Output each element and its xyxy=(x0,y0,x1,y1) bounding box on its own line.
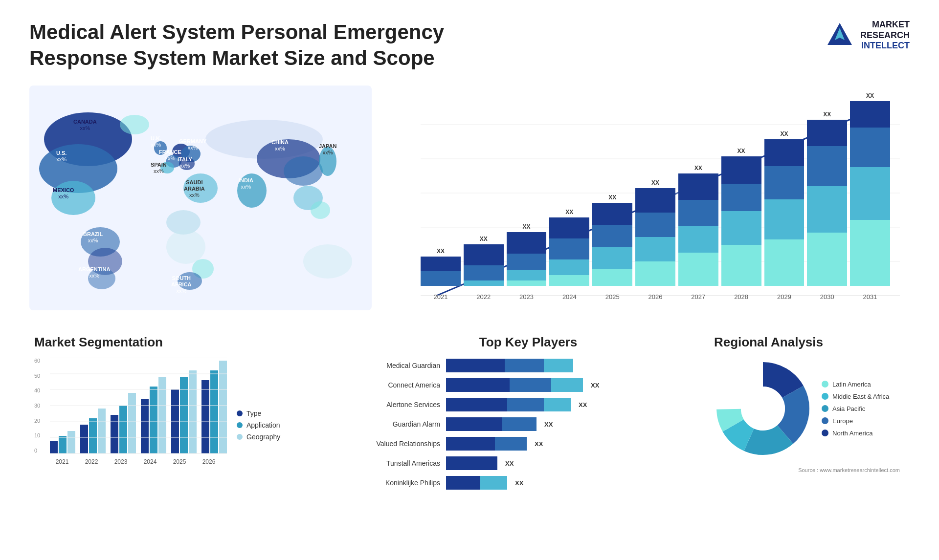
logo-line3: INTELLECT xyxy=(860,41,910,51)
player-name-tunstall: Tunstall Americas xyxy=(362,459,440,467)
player-xx-philips: XX xyxy=(515,479,523,487)
label-spain: SPAINxx% xyxy=(151,162,167,174)
bar-2025: XX xyxy=(592,194,632,286)
legend-application: Application xyxy=(237,421,280,429)
player-xx-connect-america: XX xyxy=(591,382,599,389)
player-xx-guardian-alarm: XX xyxy=(544,421,553,428)
player-philips: Koninklijke Philips XX xyxy=(362,476,694,490)
player-name-medical-guardian: Medical Guardian xyxy=(362,362,440,369)
legend-north-america: North America xyxy=(822,430,889,437)
legend-app-dot xyxy=(237,422,243,428)
regional-title: Regional Analysis xyxy=(714,335,900,350)
legend-latin-label: Latin America xyxy=(832,381,871,388)
player-tunstall: Tunstall Americas XX xyxy=(362,456,694,470)
label-saudi: SAUDIARABIAxx% xyxy=(184,179,205,199)
player-bar-philips: XX xyxy=(446,476,523,490)
player-name-guardian-alarm: Guardian Alarm xyxy=(362,420,440,428)
seg-gridlines xyxy=(50,358,227,453)
legend-europe-label: Europe xyxy=(832,417,853,425)
legend-app-label: Application xyxy=(246,421,280,429)
player-bar-connect-america: XX xyxy=(446,378,599,392)
page-container: Medical Alert System Personal Emergency … xyxy=(0,0,939,560)
bottom-row: Market Segmentation 0 10 20 30 40 50 60 xyxy=(29,335,910,560)
player-bar-guardian-alarm: XX xyxy=(446,417,553,431)
label-canada: CANADAxx% xyxy=(73,119,97,131)
svg-point-6 xyxy=(120,115,149,134)
legend-apac-dot xyxy=(822,405,828,412)
label-germany: GERMANYxx% xyxy=(179,138,206,151)
label-italy: ITALYxx% xyxy=(178,156,192,169)
seg-group-2022 xyxy=(80,409,106,465)
svg-point-50 xyxy=(741,387,785,431)
seg-group-2024 xyxy=(141,377,166,465)
bar-2021: XX xyxy=(421,248,461,286)
seg-bar-type-2021 xyxy=(50,441,58,453)
logo: MARKET RESEARCH INTELLECT xyxy=(825,20,910,51)
seg-bar-app-2021 xyxy=(59,436,67,453)
player-xx-tunstall: XX xyxy=(505,460,514,467)
bar-2023: XX xyxy=(507,223,547,286)
label-india: INDIAxx% xyxy=(239,177,253,190)
donut-chart xyxy=(714,360,812,457)
seg-group-2023 xyxy=(111,393,136,465)
player-bar-medical-guardian xyxy=(446,359,573,372)
seg-bar-geo-2021 xyxy=(67,431,75,453)
bar-2031: XX xyxy=(850,92,890,286)
bars-container: XX XX xyxy=(421,100,890,286)
logo-icon xyxy=(825,21,854,50)
svg-point-27 xyxy=(311,201,330,219)
player-connect-america: Connect America XX xyxy=(362,378,694,392)
legend-na-dot xyxy=(822,430,828,436)
bar-2030: XX xyxy=(807,111,847,286)
bar-2022: XX xyxy=(464,236,504,286)
segmentation-title: Market Segmentation xyxy=(34,335,347,350)
bar-2029: XX xyxy=(764,130,805,286)
legend-europe-dot xyxy=(822,417,828,424)
label-brazil: BRAZILxx% xyxy=(83,231,103,244)
legend-geo-label: Geography xyxy=(246,433,280,441)
svg-point-28 xyxy=(303,244,352,279)
seg-x-labels: 2021 2022 2023 2024 2025 2026 xyxy=(50,458,227,465)
player-name-valued-relationships: Valued Relationships xyxy=(362,440,440,448)
label-china: CHINAxx% xyxy=(271,139,289,152)
player-xx-valued-relationships: XX xyxy=(535,440,543,448)
regional-content: Latin America Middle East & Africa Asia … xyxy=(714,360,900,457)
page-title: Medical Alert System Personal Emergency … xyxy=(29,20,470,71)
player-name-philips: Koninklijke Philips xyxy=(362,479,440,487)
legend-geo-dot xyxy=(237,434,243,440)
regional-legend: Latin America Middle East & Africa Asia … xyxy=(822,381,889,437)
bar-val-2021: XX xyxy=(437,248,445,255)
bar-2024: XX xyxy=(549,209,589,286)
label-us: U.S.xx% xyxy=(56,150,67,163)
seg-chart: 0 10 20 30 40 50 60 xyxy=(34,358,227,465)
seg-chart-wrapper: 0 10 20 30 40 50 60 xyxy=(34,358,347,465)
key-players-section: Top Key Players Medical Guardian Connect… xyxy=(352,335,704,560)
source-label: Source : www.marketresearchintellect.com xyxy=(798,467,900,473)
logo-line1: MARKET xyxy=(860,20,910,30)
label-japan: JAPANxx% xyxy=(319,143,336,156)
legend-me-label: Middle East & Africa xyxy=(832,393,889,400)
player-valued-relationships: Valued Relationships XX xyxy=(362,437,694,451)
legend-apac-label: Asia Pacific xyxy=(832,405,865,412)
label-mexico: MEXICOxx% xyxy=(53,187,74,200)
label-uk: U.K.xx% xyxy=(151,135,161,148)
seg-legend: Type Application Geography xyxy=(237,409,280,455)
legend-latin-dot xyxy=(822,381,828,388)
legend-me-dot xyxy=(822,393,828,400)
bar-chart-section: XX XX xyxy=(381,86,910,325)
header: Medical Alert System Personal Emergency … xyxy=(29,20,910,71)
player-alertone: Alertone Services XX xyxy=(362,398,694,411)
player-bar-valued-relationships: XX xyxy=(446,437,543,451)
player-medical-guardian: Medical Guardian xyxy=(362,359,694,372)
player-bar-tunstall: XX xyxy=(446,456,514,470)
player-bar-alertone: XX xyxy=(446,398,587,411)
legend-geography: Geography xyxy=(237,433,280,441)
segmentation-section: Market Segmentation 0 10 20 30 40 50 60 xyxy=(29,335,352,560)
legend-latin-america: Latin America xyxy=(822,381,889,388)
svg-point-24 xyxy=(284,156,323,186)
legend-europe: Europe xyxy=(822,417,889,425)
svg-point-19 xyxy=(166,230,205,264)
map-section: CANADAxx% U.S.xx% MEXICOxx% BRAZILxx% AR… xyxy=(29,86,372,325)
x-axis-labels: 2021 2022 2023 2024 2025 2026 2027 2028 … xyxy=(421,293,890,301)
label-south-africa: SOUTHAFRICAxx% xyxy=(171,275,192,295)
